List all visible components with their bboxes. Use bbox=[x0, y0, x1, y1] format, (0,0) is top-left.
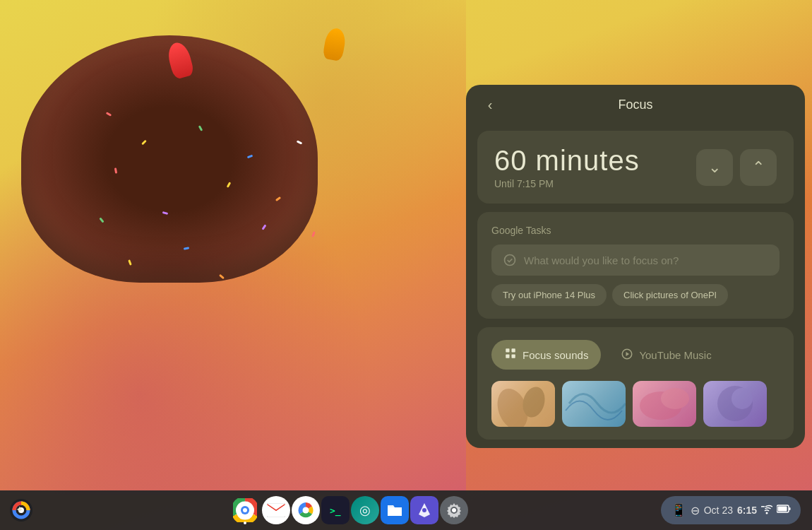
photos-app-icon[interactable] bbox=[292, 496, 320, 524]
task-chip-2[interactable]: Click pictures of OnePl bbox=[612, 284, 728, 306]
svg-rect-4 bbox=[512, 355, 515, 358]
svg-point-26 bbox=[452, 509, 455, 512]
svg-rect-30 bbox=[778, 507, 787, 512]
increase-time-button[interactable]: ⌃ bbox=[740, 149, 777, 186]
mute-icon: ⊖ bbox=[691, 504, 700, 517]
focus-app-glyph bbox=[416, 502, 433, 519]
chevron-up-icon: ⌃ bbox=[752, 158, 765, 177]
focus-panel: ‹ Focus 60 minutes Until 7:15 PM ⌄ ⌃ Goo… bbox=[466, 85, 805, 448]
sprinkle bbox=[311, 231, 316, 237]
status-area[interactable]: 📱 ⊖ Oct 23 6:15 bbox=[661, 496, 801, 524]
svg-rect-2 bbox=[506, 355, 509, 358]
timer-minutes: 60 bbox=[494, 145, 527, 176]
sound-thumbnail-3[interactable] bbox=[633, 381, 696, 427]
files-icon bbox=[386, 502, 403, 518]
chrome-icon bbox=[233, 498, 257, 522]
wifi-icon bbox=[761, 505, 772, 517]
tasks-input-area[interactable]: What would you like to focus on? bbox=[491, 245, 780, 276]
sound-thumbnails bbox=[491, 381, 780, 427]
status-date: Oct 23 bbox=[704, 505, 733, 516]
svg-point-23 bbox=[422, 508, 426, 512]
focus-sounds-label: Focus sounds bbox=[523, 349, 588, 361]
sound-thumbnail-1[interactable] bbox=[491, 381, 555, 427]
svg-rect-1 bbox=[506, 348, 509, 352]
focus-sounds-tab[interactable]: Focus sounds bbox=[491, 340, 601, 370]
files-app-icon[interactable] bbox=[381, 496, 409, 524]
task-check-icon bbox=[503, 253, 517, 267]
svg-point-22 bbox=[302, 507, 309, 514]
tasks-input-placeholder: What would you like to focus on? bbox=[524, 254, 679, 266]
svg-rect-3 bbox=[512, 348, 515, 352]
phone-icon: 📱 bbox=[671, 502, 686, 518]
chromeos-icon: ✦ bbox=[8, 497, 34, 523]
svg-rect-29 bbox=[789, 507, 791, 510]
decrease-time-button[interactable]: ⌄ bbox=[696, 149, 733, 186]
timer-controls: ⌄ ⌃ bbox=[696, 149, 777, 186]
settings-app-icon[interactable] bbox=[440, 496, 468, 524]
photos-icon bbox=[296, 500, 316, 520]
focus-app-icon[interactable] bbox=[410, 496, 438, 524]
svg-text:✦: ✦ bbox=[16, 504, 24, 515]
back-icon: ‹ bbox=[488, 97, 493, 113]
back-button[interactable]: ‹ bbox=[477, 93, 503, 118]
taskbar: ✦ bbox=[0, 490, 812, 530]
gmail-app-icon[interactable] bbox=[262, 496, 290, 524]
settings-icon bbox=[446, 502, 462, 518]
tasks-label: Google Tasks bbox=[491, 225, 780, 236]
taskbar-left: ✦ bbox=[6, 495, 37, 526]
terminal-icon: >_ bbox=[330, 505, 341, 516]
chevron-down-icon: ⌄ bbox=[708, 158, 721, 177]
youtube-music-icon bbox=[621, 348, 633, 363]
wallpaper-image bbox=[0, 0, 466, 495]
chromeos-button[interactable]: ✦ bbox=[6, 495, 37, 526]
youtube-music-tab[interactable]: YouTube Music bbox=[608, 340, 724, 370]
status-time: 6:15 bbox=[737, 505, 757, 516]
gmail-icon bbox=[267, 503, 285, 517]
duo-app-icon[interactable]: ◎ bbox=[351, 496, 379, 524]
taskbar-center: >_ ◎ bbox=[37, 495, 661, 526]
svg-point-20 bbox=[243, 508, 247, 512]
focus-sounds-icon bbox=[504, 347, 517, 363]
timer-value: 60 minutes bbox=[494, 145, 640, 177]
focus-title: Focus bbox=[618, 98, 652, 112]
focus-header: ‹ Focus bbox=[466, 85, 805, 125]
sounds-tabs: Focus sounds YouTube Music bbox=[491, 340, 780, 370]
timer-section: 60 minutes Until 7:15 PM ⌄ ⌃ bbox=[477, 131, 794, 204]
duo-icon: ◎ bbox=[359, 502, 371, 518]
youtube-music-label: YouTube Music bbox=[639, 349, 711, 361]
app-active-dot bbox=[244, 522, 246, 524]
battery-icon bbox=[777, 504, 791, 517]
task-chip-1[interactable]: Try out iPhone 14 Plus bbox=[491, 284, 607, 306]
svg-point-27 bbox=[766, 512, 768, 514]
chrome-app-icon[interactable] bbox=[229, 495, 261, 526]
battery-svg bbox=[777, 504, 791, 514]
timer-unit: minutes bbox=[527, 145, 640, 176]
taskbar-right: 📱 ⊖ Oct 23 6:15 bbox=[661, 496, 806, 524]
task-chips: Try out iPhone 14 Plus Click pictures of… bbox=[491, 284, 780, 306]
svg-marker-6 bbox=[626, 352, 630, 356]
terminal-app-icon[interactable]: >_ bbox=[321, 496, 350, 524]
tasks-section: Google Tasks What would you like to focu… bbox=[477, 212, 794, 319]
donut-illustration bbox=[21, 35, 318, 283]
svg-point-12 bbox=[732, 388, 753, 409]
sound-thumbnail-2[interactable] bbox=[562, 381, 626, 427]
svg-point-0 bbox=[505, 255, 515, 266]
gummy-bear-orange bbox=[322, 27, 347, 61]
timer-until: Until 7:15 PM bbox=[494, 178, 640, 189]
sound-thumbnail-4[interactable] bbox=[703, 381, 767, 427]
svg-point-10 bbox=[661, 388, 689, 409]
sounds-section: Focus sounds YouTube Music bbox=[477, 327, 794, 440]
timer-info: 60 minutes Until 7:15 PM bbox=[494, 145, 640, 189]
